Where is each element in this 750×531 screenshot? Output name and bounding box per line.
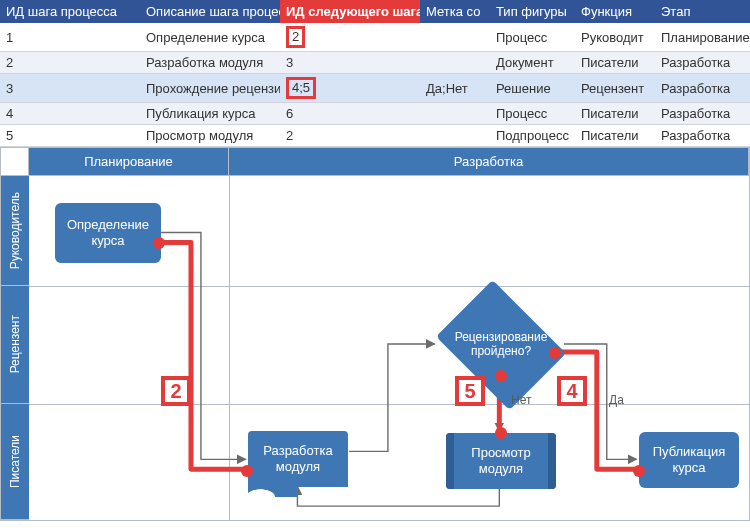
cell-stage: Разработка	[655, 103, 750, 125]
cell-next-step: 4;5	[280, 74, 420, 103]
cell-connector-label: Да;Нет	[420, 74, 490, 103]
cell-next-step: 2	[280, 23, 420, 52]
shape-review-module[interactable]: Просмотр модуля	[446, 433, 556, 489]
cell-step-id: 1	[0, 23, 140, 52]
cell-step-desc: Определение курса	[140, 23, 280, 52]
table-row[interactable]: 2Разработка модуля3ДокументПисателиРазра…	[0, 52, 750, 74]
col-step-desc: Описание шага процес	[140, 0, 280, 23]
table-row[interactable]: 5Просмотр модуля2ПодпроцессПисателиРазра…	[0, 125, 750, 147]
next-step-highlighted: 2	[286, 26, 305, 48]
cell-shape-type: Документ	[490, 52, 575, 74]
cell-step-id: 5	[0, 125, 140, 147]
shape-publish-course[interactable]: Публикация курса	[639, 432, 739, 488]
edge-label-no: Нет	[511, 393, 531, 407]
red-dot	[241, 465, 253, 477]
annotation-2: 2	[161, 376, 191, 406]
edge-label-yes: Да	[609, 393, 624, 407]
cell-connector-label	[420, 23, 490, 52]
red-dot	[495, 370, 507, 382]
cell-next-step: 6	[280, 103, 420, 125]
cell-step-desc: Просмотр модуля	[140, 125, 280, 147]
cell-connector-label	[420, 103, 490, 125]
col-next-step-id: ИД следующего шага	[280, 0, 420, 23]
lane-reviewer: Рецензент	[1, 286, 29, 404]
red-connector-1-2	[159, 242, 246, 469]
process-steps-table: ИД шага процесса Описание шага процес ИД…	[0, 0, 750, 147]
lane-corner	[1, 148, 29, 176]
lane-divider-2	[29, 404, 749, 405]
shape-define-course[interactable]: Определение курса	[55, 203, 161, 263]
col-connector-label: Метка со	[420, 0, 490, 23]
annotation-5: 5	[455, 376, 485, 406]
cell-stage: Разработка	[655, 74, 750, 103]
cell-next-step: 3	[280, 52, 420, 74]
table-row[interactable]: 3Прохождение рецензи4;5Да;НетРешениеРеце…	[0, 74, 750, 103]
cell-step-id: 2	[0, 52, 140, 74]
cell-stage: Планирование	[655, 23, 750, 52]
cell-next-step: 2	[280, 125, 420, 147]
table-row[interactable]: 4Публикация курса6ПроцессПисателиРазрабо…	[0, 103, 750, 125]
cell-stage: Разработка	[655, 125, 750, 147]
next-step-highlighted: 4;5	[286, 77, 316, 99]
cell-connector-label	[420, 125, 490, 147]
cell-shape-type: Решение	[490, 74, 575, 103]
cell-function: Рецензент	[575, 74, 655, 103]
lane-writers: Писатели	[1, 404, 29, 520]
cell-shape-type: Процесс	[490, 23, 575, 52]
col-function: Функция	[575, 0, 655, 23]
lane-manager: Руководитель	[1, 176, 29, 286]
red-dot	[153, 237, 165, 249]
red-dot	[633, 465, 645, 477]
cell-connector-label	[420, 52, 490, 74]
cell-step-desc: Прохождение рецензи	[140, 74, 280, 103]
cell-function: Руководит	[575, 23, 655, 52]
col-step-id: ИД шага процесса	[0, 0, 140, 23]
annotation-4: 4	[557, 376, 587, 406]
cell-step-desc: Разработка модуля	[140, 52, 280, 74]
table-header-row: ИД шага процесса Описание шага процес ИД…	[0, 0, 750, 23]
cell-function: Писатели	[575, 52, 655, 74]
red-dot	[495, 427, 507, 439]
cell-stage: Разработка	[655, 52, 750, 74]
cell-step-id: 4	[0, 103, 140, 125]
red-dot	[549, 347, 561, 359]
cell-function: Писатели	[575, 125, 655, 147]
table-row[interactable]: 1Определение курса2ПроцессРуководитПлани…	[0, 23, 750, 52]
cell-shape-type: Процесс	[490, 103, 575, 125]
shape-develop-module[interactable]: Разработка модуля	[248, 431, 348, 487]
phase-divider	[229, 176, 230, 520]
cell-step-desc: Публикация курса	[140, 103, 280, 125]
col-shape-type: Тип фигуры	[490, 0, 575, 23]
swimlane-diagram: Планирование Разработка Руководитель Рец…	[0, 147, 750, 521]
lane-divider-1	[29, 286, 749, 287]
cell-function: Писатели	[575, 103, 655, 125]
cell-step-id: 3	[0, 74, 140, 103]
phase-planning: Планирование	[29, 148, 229, 176]
phase-development: Разработка	[229, 148, 749, 176]
cell-shape-type: Подпроцесс	[490, 125, 575, 147]
col-stage: Этап	[655, 0, 750, 23]
